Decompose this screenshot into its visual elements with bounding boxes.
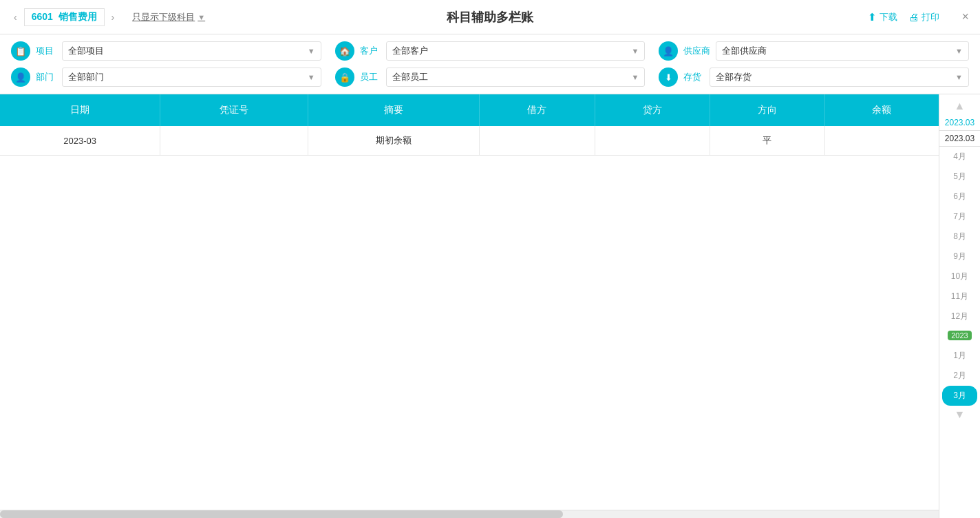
cell-credit (595, 126, 710, 156)
cell-summary: 期初余额 (308, 126, 480, 156)
timeline-month-11[interactable]: 11月 (939, 287, 980, 307)
download-button[interactable]: ⬆ 下载 (868, 11, 897, 23)
filter-bar: 📋 项目 全部项目 ▼ 🏠 客户 全部客户 ▼ 👤 供应商 全部供应商 ▼ (0, 34, 980, 94)
chevron-down-icon: ▼ (955, 47, 963, 55)
supplier-value: 全部供应商 (722, 45, 767, 57)
year-badge: 2023 (948, 331, 971, 340)
timeline-month-2[interactable]: 2月 (939, 366, 980, 386)
customer-select[interactable]: 全部客户 ▼ (386, 41, 646, 61)
timeline-year-2023[interactable]: 2023 (939, 327, 980, 346)
filter-department: 👤 部门 全部部门 ▼ (11, 68, 321, 87)
print-button[interactable]: 🖨 打印 (908, 11, 939, 23)
col-summary: 摘要 (308, 94, 480, 126)
filter-employee: 🔒 员工 全部员工 ▼ (335, 68, 646, 87)
next-account-button[interactable]: › (109, 10, 118, 24)
prev-account-button[interactable]: ‹ (11, 10, 20, 24)
account-code-text: 6601 (32, 11, 53, 22)
scrollbar-thumb[interactable] (0, 510, 563, 518)
account-display: 6601 销售费用 (24, 8, 105, 26)
chevron-down-icon: ▼ (955, 73, 963, 81)
department-icon: 👤 (11, 68, 30, 87)
customer-label: 客户 (360, 45, 381, 57)
employee-icon: 🔒 (335, 68, 354, 87)
cell-debit (480, 126, 595, 156)
customer-value: 全部客户 (392, 45, 428, 57)
department-label: 部门 (36, 71, 56, 83)
nav-left: ‹ 6601 销售费用 › 只显示下级科目 ▼ (11, 8, 205, 26)
chevron-down-icon: ▼ (308, 73, 315, 81)
timeline-month-4[interactable]: 4月 (939, 147, 980, 167)
close-button[interactable]: × (961, 10, 969, 24)
filter-customer: 🏠 客户 全部客户 ▼ (335, 41, 646, 61)
col-voucher: 凭证号 (160, 94, 308, 126)
employee-label: 员工 (360, 71, 381, 83)
project-value: 全部项目 (68, 45, 104, 57)
department-value: 全部部门 (68, 71, 104, 83)
col-credit: 贷方 (595, 94, 710, 126)
data-table: 日期 凭证号 摘要 借方 贷方 方向 余额 2023-03 期初余额 (0, 94, 939, 156)
timeline-sidebar: ▲ 2023.03 2023.03 4月 5月 6月 7月 8月 9月 10月 … (939, 94, 980, 518)
inventory-value: 全部存货 (716, 71, 752, 83)
chevron-down-icon: ▼ (631, 73, 639, 81)
chevron-down-icon: ▼ (631, 47, 639, 55)
table-spacer (0, 156, 939, 510)
inventory-icon: ⬇ (659, 68, 678, 87)
cell-voucher (160, 126, 308, 156)
print-icon: 🖨 (908, 11, 919, 23)
col-direction: 方向 (710, 94, 824, 126)
page-title: 科目辅助多栏账 (447, 9, 533, 25)
cell-date: 2023-03 (0, 126, 160, 156)
print-label: 打印 (922, 11, 939, 23)
timeline-month-12[interactable]: 12月 (939, 307, 980, 327)
timeline-selected-top2[interactable]: 2023.03 (939, 131, 980, 147)
table-row[interactable]: 2023-03 期初余额 平 (0, 126, 939, 156)
download-icon: ⬆ (868, 11, 877, 23)
supplier-label: 供应商 (683, 45, 710, 57)
timeline-month-1[interactable]: 1月 (939, 346, 980, 366)
timeline-month-9[interactable]: 9月 (939, 247, 980, 267)
timeline-month-10[interactable]: 10月 (939, 267, 980, 287)
horizontal-scrollbar[interactable] (0, 510, 939, 518)
col-balance: 余额 (824, 94, 939, 126)
filter-project: 📋 项目 全部项目 ▼ (11, 41, 321, 61)
timeline-month-6[interactable]: 6月 (939, 187, 980, 207)
main-window: ‹ 6601 销售费用 › 只显示下级科目 ▼ 科目辅助多栏账 ⬆ 下载 🖨 打… (0, 0, 980, 518)
timeline-month-7[interactable]: 7月 (939, 207, 980, 227)
chevron-down-icon: ▼ (308, 47, 315, 55)
employee-value: 全部员工 (392, 71, 428, 83)
table-area: 日期 凭证号 摘要 借方 贷方 方向 余额 2023-03 期初余额 (0, 94, 939, 518)
timeline-month-3[interactable]: 3月 (942, 386, 977, 406)
timeline-down-button[interactable]: ▼ (952, 406, 968, 424)
project-icon: 📋 (11, 41, 30, 61)
chevron-down-icon: ▼ (198, 13, 205, 21)
col-date: 日期 (0, 94, 160, 126)
supplier-icon: 👤 (659, 41, 678, 61)
cell-balance (824, 126, 939, 156)
inventory-label: 存货 (683, 71, 704, 83)
project-label: 项目 (36, 45, 56, 57)
account-name-text: 销售费用 (58, 11, 97, 22)
download-label: 下载 (880, 11, 897, 23)
employee-select[interactable]: 全部员工 ▼ (386, 68, 646, 87)
project-select[interactable]: 全部项目 ▼ (62, 41, 321, 61)
filter-supplier: 👤 供应商 全部供应商 ▼ (659, 41, 969, 61)
supplier-select[interactable]: 全部供应商 ▼ (716, 41, 969, 61)
timeline-month-5[interactable]: 5月 (939, 167, 980, 187)
inventory-select[interactable]: 全部存货 ▼ (710, 68, 969, 87)
filter-inventory: ⬇ 存货 全部存货 ▼ (659, 68, 969, 87)
main-content: 日期 凭证号 摘要 借方 贷方 方向 余额 2023-03 期初余额 (0, 94, 980, 518)
timeline-up-button[interactable]: ▲ (952, 97, 968, 115)
customer-icon: 🏠 (335, 41, 354, 61)
top-actions: ⬆ 下载 🖨 打印 × (868, 10, 969, 24)
department-select[interactable]: 全部部门 ▼ (62, 68, 321, 87)
cell-direction: 平 (710, 126, 824, 156)
show-sub-label-text: 只显示下级科目 (132, 11, 195, 23)
timeline-selected-top1[interactable]: 2023.03 (939, 115, 980, 131)
col-debit: 借方 (480, 94, 595, 126)
timeline-month-8[interactable]: 8月 (939, 227, 980, 247)
table-header-row: 日期 凭证号 摘要 借方 贷方 方向 余额 (0, 94, 939, 126)
show-sub-toggle[interactable]: 只显示下级科目 ▼ (132, 11, 205, 23)
top-bar: ‹ 6601 销售费用 › 只显示下级科目 ▼ 科目辅助多栏账 ⬆ 下载 🖨 打… (0, 0, 980, 34)
